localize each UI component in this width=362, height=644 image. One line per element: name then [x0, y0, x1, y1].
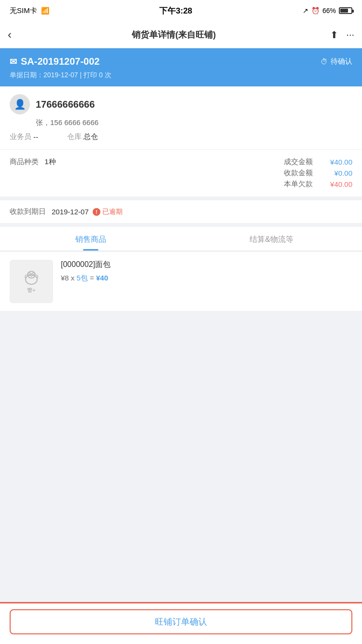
battery-percent: 66%: [322, 7, 336, 14]
category-value: 1种: [44, 157, 56, 166]
product-image-inner: 管+: [19, 269, 43, 294]
customer-avatar: 👤: [10, 94, 30, 114]
summary-right: 成交金额 ¥40.00 收款金额 ¥0.00 本单欠款 ¥40.00: [284, 157, 352, 189]
tabs-section: 销售商品 结算&物流等: [0, 227, 362, 251]
amount-label: 成交金额: [284, 157, 313, 167]
carrier-text: 无SIM卡: [10, 6, 37, 15]
due-date-label: 收款到期日: [10, 207, 46, 216]
customer-phone: 17666666666: [36, 99, 95, 110]
product-image: 管+: [10, 260, 53, 303]
svg-point-5: [33, 274, 34, 275]
unit-price: ¥8: [61, 274, 69, 282]
product-price-row: ¥8 x 5包 = ¥40: [61, 274, 352, 283]
tab-settlement[interactable]: 结算&物流等: [181, 227, 362, 251]
page-title: 销货单详情(来自旺铺): [17, 29, 330, 41]
share-icon[interactable]: ⬆: [330, 29, 338, 41]
order-status: ⏱ 待确认: [320, 57, 352, 66]
equals-sign: =: [90, 274, 96, 282]
content-area: [0, 311, 362, 475]
received-value: ¥0.00: [319, 169, 352, 177]
brand-logo-svg: [19, 269, 43, 286]
total-price: ¥40: [96, 274, 108, 282]
brand-text: 管+: [27, 287, 35, 294]
order-icon: ✉: [10, 56, 17, 67]
product-info: [0000002]面包 ¥8 x 5包 = ¥40: [61, 260, 352, 283]
summary-section: 商品种类 1种 成交金额 ¥40.00 收款金额 ¥0.00 本单欠款 ¥40.…: [0, 150, 362, 200]
back-button[interactable]: ‹: [8, 28, 17, 42]
customer-top: 👤 17666666666: [10, 94, 352, 114]
customer-section: 👤 17666666666 张，156 6666 6666 业务员 -- 仓库 …: [0, 86, 362, 150]
summary-left: 商品种类 1种: [10, 157, 56, 167]
wifi-icon: 📶: [41, 7, 49, 14]
location-icon: ↗: [303, 7, 308, 14]
confirm-button[interactable]: 旺铺订单确认: [10, 609, 352, 634]
sales-label: 业务员: [10, 132, 31, 141]
owed-label: 本单欠款: [284, 180, 313, 189]
overdue-dot-icon: !: [93, 208, 100, 216]
multiply-sign: x: [71, 274, 77, 282]
avatar-icon: 👤: [14, 98, 26, 110]
customer-name: 张，156 6666 6666: [36, 118, 352, 127]
order-date: 单据日期：2019-12-07 | 打印 0 次: [10, 71, 352, 80]
warehouse-value: 总仓: [84, 132, 98, 141]
nav-bar: ‹ 销货单详情(来自旺铺) ⬆ ···: [0, 21, 362, 48]
status-right: ↗ ⏰ 66%: [303, 7, 352, 14]
warehouse-label: 仓库: [67, 132, 82, 141]
quantity: 5包: [77, 274, 88, 282]
received-label: 收款金额: [284, 168, 313, 178]
product-name: [0000002]面包: [61, 260, 352, 270]
alarm-icon: ⏰: [311, 7, 320, 14]
status-clock-icon: ⏱: [320, 57, 328, 66]
overdue-text: 已逾期: [102, 208, 123, 216]
sales-value: --: [33, 133, 38, 141]
nav-actions: ⬆ ···: [330, 29, 354, 41]
product-section: 管+ [0000002]面包 ¥8 x 5包 = ¥40: [0, 252, 362, 311]
due-section: 收款到期日 2019-12-07 ! 已逾期: [0, 200, 362, 227]
svg-point-3: [29, 274, 30, 275]
customer-meta: 业务员 -- 仓库 总仓: [10, 132, 352, 141]
order-id-text: SA-20191207-002: [21, 56, 99, 67]
battery-icon: [339, 7, 352, 14]
product-item: 管+ [0000002]面包 ¥8 x 5包 = ¥40: [0, 252, 362, 311]
order-status-text: 待确认: [331, 57, 352, 66]
more-icon[interactable]: ···: [346, 29, 354, 40]
order-id: ✉ SA-20191207-002: [10, 56, 99, 67]
due-date-value: 2019-12-07: [52, 208, 89, 216]
owed-row: 本单欠款 ¥40.00: [284, 180, 352, 189]
order-header-top: ✉ SA-20191207-002 ⏱ 待确认: [10, 56, 352, 67]
received-row: 收款金额 ¥0.00: [284, 168, 352, 178]
bottom-bar: 旺铺订单确认: [0, 602, 362, 644]
order-header-banner: ✉ SA-20191207-002 ⏱ 待确认 单据日期：2019-12-07 …: [0, 48, 362, 86]
tab-products[interactable]: 销售商品: [0, 227, 181, 251]
time-display: 下午3:28: [159, 5, 192, 16]
status-left: 无SIM卡 📶: [10, 6, 49, 15]
category-label: 商品种类: [10, 157, 39, 166]
overdue-badge: ! 已逾期: [93, 208, 123, 216]
amount-value: ¥40.00: [319, 158, 352, 166]
status-bar: 无SIM卡 📶 下午3:28 ↗ ⏰ 66%: [0, 0, 362, 21]
amount-row: 成交金额 ¥40.00: [284, 157, 352, 167]
owed-value: ¥40.00: [319, 180, 352, 188]
